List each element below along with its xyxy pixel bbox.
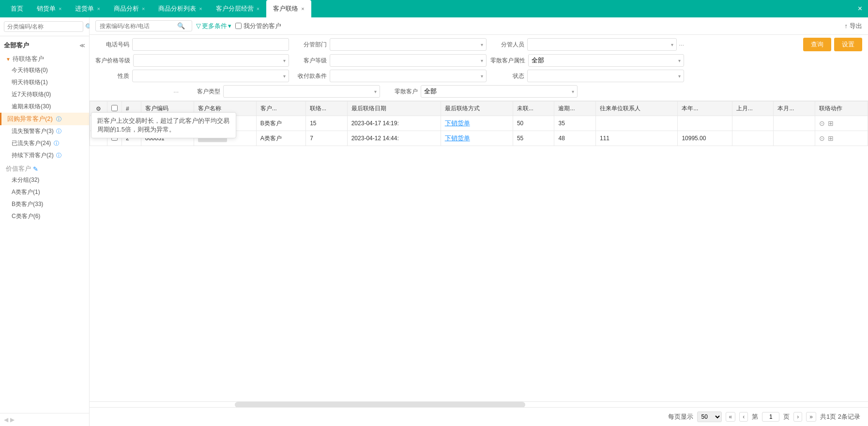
per-page-label: 每页显示 bbox=[668, 412, 693, 421]
all-customers-header[interactable]: 全部客户 ≪ bbox=[0, 38, 89, 53]
chevron-down-icon: ▾ bbox=[283, 73, 286, 79]
search-icon[interactable]: 🔍 bbox=[177, 22, 185, 29]
contact-method-link[interactable]: 下销货单 bbox=[445, 134, 470, 142]
cell-last-contact-method: 下销货单 bbox=[441, 116, 513, 131]
customer-level-select[interactable]: ▾ bbox=[330, 54, 487, 67]
phone-field: 电话号码 bbox=[95, 38, 289, 51]
nav-item-customer-contact[interactable]: 客户联络 × bbox=[266, 0, 311, 17]
chevron-down-icon: ▾ bbox=[374, 89, 377, 94]
nav-item-product-analysis[interactable]: 商品分析 × bbox=[107, 0, 152, 17]
settings-button[interactable]: 设置 bbox=[834, 38, 862, 51]
page-label: 第 bbox=[752, 412, 758, 421]
horizontal-scrollbar[interactable] bbox=[90, 401, 868, 407]
sidebar-item-tomorrow[interactable]: 明天待联络(1) bbox=[0, 76, 89, 88]
customer-type-select[interactable]: ▾ bbox=[223, 85, 380, 98]
status-field: 状态 ▾ bbox=[490, 70, 684, 82]
my-customer-check[interactable] bbox=[235, 23, 242, 29]
more-icon[interactable]: ⊞ bbox=[828, 119, 834, 127]
sidebar-item-today[interactable]: 今天待联络(0) bbox=[0, 64, 89, 76]
tooltip-box: 距客户上次交易时长，超过了此客户的平均交易周期的1.5倍，则视为异常。 bbox=[91, 112, 236, 138]
chevron-down-icon: ▾ bbox=[228, 22, 231, 29]
my-customer-checkbox[interactable]: 我分管的客户 bbox=[235, 22, 281, 30]
more-icon[interactable]: ⊞ bbox=[828, 134, 834, 142]
nav-item-sales[interactable]: 销货单 × bbox=[30, 0, 68, 17]
last-page-btn[interactable]: » bbox=[806, 412, 816, 422]
nav-item-customer-tier[interactable]: 客户分层经营 × bbox=[209, 0, 266, 17]
phone-input[interactable] bbox=[132, 38, 289, 51]
cell-contact-count: 15 bbox=[306, 116, 348, 131]
window-close-button[interactable]: × bbox=[858, 4, 862, 13]
page-input[interactable] bbox=[762, 412, 779, 422]
close-icon[interactable]: × bbox=[97, 6, 100, 12]
sidebar-item-churned[interactable]: 已流失客户(24) ⓘ bbox=[0, 137, 89, 149]
info-icon4: ⓘ bbox=[56, 152, 61, 158]
chevron-down-icon: ▾ bbox=[481, 58, 483, 63]
price-level-select[interactable]: ▾ bbox=[133, 54, 289, 67]
chevron-down-icon: ▾ bbox=[283, 58, 286, 63]
cell-unit-contact bbox=[596, 116, 678, 131]
left-arrow-icon[interactable]: ◀ bbox=[4, 416, 8, 423]
sidebar-item-c-class[interactable]: C类客户(6) bbox=[0, 210, 89, 222]
sidebar-item-repurchase-anomaly[interactable]: 回购异常客户(2) ⓘ bbox=[0, 113, 89, 125]
main-layout: 🔍 全部客户 ≪ ▼ 待联络客户 今天待联络(0) 明天待联络(1) 近7天待联… bbox=[0, 17, 868, 426]
th-contact-count: 联络... bbox=[306, 102, 348, 116]
sidebar-search-input[interactable] bbox=[4, 21, 83, 32]
sidebar-item-a-class[interactable]: A类客户(1) bbox=[0, 186, 89, 198]
next-page-btn[interactable]: › bbox=[793, 412, 802, 422]
per-page-select[interactable]: 50 20 100 bbox=[697, 411, 722, 422]
close-icon[interactable]: × bbox=[257, 6, 259, 12]
more-options-icon[interactable]: ··· bbox=[679, 41, 684, 48]
more-options-btn[interactable]: ··· bbox=[173, 88, 179, 95]
status-select[interactable]: ▾ bbox=[527, 70, 684, 82]
retail-customer-select[interactable]: 全部 ▾ bbox=[421, 85, 578, 98]
sidebar-item-b-class[interactable]: B类客户(33) bbox=[0, 198, 89, 210]
close-icon[interactable]: × bbox=[142, 6, 145, 12]
branch-person-field: 分管人员 ▾ ··· bbox=[490, 38, 684, 51]
first-page-btn[interactable]: « bbox=[726, 412, 736, 422]
sidebar-item-overdue[interactable]: 逾期未联络(30) bbox=[0, 101, 89, 113]
th-last-month: 上月... bbox=[732, 102, 774, 116]
contact-icon[interactable]: ⊙ bbox=[819, 119, 825, 127]
gender-select[interactable]: ▾ bbox=[132, 70, 289, 82]
cell-overdue: 48 bbox=[554, 131, 596, 146]
sidebar-section-pending[interactable]: ▼ 待联络客户 bbox=[0, 53, 89, 64]
filter-row-3: 性质 ▾ 收付款条件 ▾ 状态 bbox=[95, 70, 862, 82]
nav-item-home[interactable]: 首页 bbox=[4, 0, 30, 17]
select-all-checkbox[interactable] bbox=[111, 105, 118, 111]
sidebar: 🔍 全部客户 ≪ ▼ 待联络客户 今天待联络(0) 明天待联络(1) 近7天待联… bbox=[0, 17, 90, 426]
close-icon[interactable]: × bbox=[59, 6, 61, 12]
retail-attr-select[interactable]: 全部 ▾ bbox=[528, 54, 684, 67]
branch-dept-select[interactable]: ▾ bbox=[330, 38, 487, 51]
content-area: 🔍 ▽ 更多条件 ▾ 我分管的客户 ↑ 导出 电话号码 bbox=[90, 17, 868, 426]
collapse-icon: ≪ bbox=[79, 43, 85, 49]
sidebar-item-ungrouped[interactable]: 未分组(32) bbox=[0, 174, 89, 186]
prev-page-btn[interactable]: ‹ bbox=[739, 412, 748, 422]
payment-select[interactable]: ▾ bbox=[330, 70, 487, 82]
query-button[interactable]: 查询 bbox=[803, 38, 831, 51]
cell-contact-count: 7 bbox=[306, 131, 348, 146]
export-icon: ↑ bbox=[845, 22, 848, 29]
search-input[interactable] bbox=[100, 23, 177, 29]
right-arrow-icon[interactable]: ▶ bbox=[10, 416, 15, 423]
more-conditions-btn[interactable]: ▽ 更多条件 ▾ bbox=[196, 22, 231, 30]
branch-person-select[interactable]: ▾ bbox=[527, 38, 677, 51]
close-icon[interactable]: × bbox=[199, 6, 202, 12]
customer-level-field: 客户等级 ▾ bbox=[293, 54, 487, 67]
sidebar-item-7days[interactable]: 近7天待联络(0) bbox=[0, 88, 89, 101]
customer-type-field: 客户类型 ▾ bbox=[186, 85, 380, 98]
sidebar-item-declining[interactable]: 持续下滑客户(2) ⓘ bbox=[0, 149, 89, 162]
th-this-month: 本月... bbox=[774, 102, 815, 116]
edit-icon[interactable]: ✎ bbox=[33, 165, 38, 173]
filter-row-1: 电话号码 分管部门 ▾ 分管人员 ▾ ··· bbox=[95, 38, 862, 51]
filter-search-box: 🔍 bbox=[95, 20, 192, 31]
nav-item-product-list[interactable]: 商品分析列表 × bbox=[152, 0, 209, 17]
close-icon[interactable]: × bbox=[301, 6, 304, 12]
cell-this-year: 10995.00 bbox=[678, 131, 732, 146]
export-button[interactable]: ↑ 导出 bbox=[845, 22, 863, 30]
sidebar-item-churn-warning[interactable]: 流失预警客户(3) ⓘ bbox=[0, 125, 89, 137]
nav-item-purchase[interactable]: 进货单 × bbox=[68, 0, 107, 17]
th-unread: 未联... bbox=[513, 102, 554, 116]
contact-method-link[interactable]: 下销货单 bbox=[445, 119, 470, 127]
cell-customer-type: A类客户 bbox=[256, 131, 305, 146]
contact-icon[interactable]: ⊙ bbox=[819, 134, 825, 142]
